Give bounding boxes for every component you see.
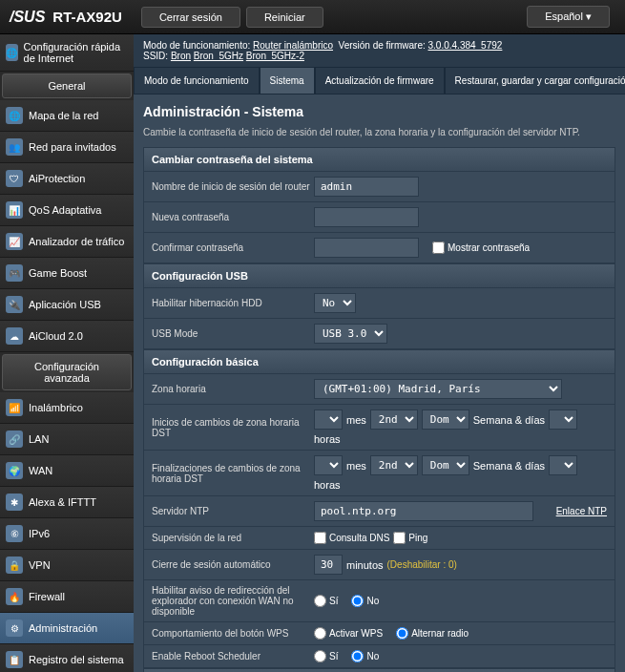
sidebar-item[interactable]: 🛡AiProtection — [0, 163, 134, 195]
nav-icon: 📶 — [6, 399, 23, 416]
dns-query-checkbox[interactable] — [314, 532, 326, 544]
sidebar-item[interactable]: ⚙Administración — [0, 613, 134, 644]
dst-start-week[interactable]: 2nd — [370, 410, 418, 430]
sidebar-general-head: General — [2, 74, 132, 98]
reboot-sched-yes[interactable] — [314, 650, 326, 662]
dst-start-day[interactable]: Dom — [422, 410, 469, 430]
nav-icon: ⑥ — [6, 525, 23, 542]
page-desc: Cambie la contraseña de inicio de sesión… — [143, 127, 615, 137]
wps-activate-radio[interactable] — [314, 627, 326, 640]
nav-icon: 📊 — [6, 201, 23, 219]
dst-end-week[interactable]: 2nd — [370, 455, 418, 475]
dst-end-month[interactable]: 10 — [314, 455, 343, 475]
sidebar-item[interactable]: 📋Registro del sistema — [0, 644, 134, 672]
reboot-sched-no[interactable] — [351, 650, 364, 662]
tab[interactable]: Sistema — [260, 67, 315, 94]
sidebar-item[interactable]: ⑥IPv6 — [0, 518, 134, 550]
sidebar-item[interactable]: 🔒VPN — [0, 550, 134, 581]
section-basic: Configuración básica — [143, 349, 615, 374]
dst-start-hour[interactable]: 2 — [549, 410, 577, 430]
sidebar-item[interactable]: 🔌Aplicación USB — [0, 289, 134, 321]
wan-redirect-no[interactable] — [351, 595, 364, 607]
section-usb: Configuración USB — [143, 263, 615, 288]
tabs: Modo de funcionamientoSistemaActualizaci… — [134, 67, 625, 94]
sidebar-item[interactable]: 📈Analizador de tráfico — [0, 226, 134, 258]
confirm-password-input[interactable] — [314, 238, 419, 258]
firmware-link[interactable]: 3.0.0.4.384_5792 — [428, 40, 503, 51]
info-bar: Modo de funcionamiento: Router inalámbri… — [134, 34, 625, 67]
sidebar-item[interactable]: ☁AiCloud 2.0 — [0, 321, 134, 352]
nav-icon: 📋 — [6, 651, 23, 668]
language-select[interactable]: Español ▾ — [527, 6, 610, 28]
ssid-link-1[interactable]: Bron — [171, 51, 191, 61]
nav-icon: 🔒 — [6, 556, 23, 574]
logout-button[interactable]: Cerrar sesión — [141, 7, 240, 28]
tab[interactable]: Restaurar, guardar y cargar configuració… — [445, 67, 625, 94]
nav-icon: 🎮 — [6, 264, 23, 282]
sidebar-item[interactable]: 👥Red para invitados — [0, 132, 134, 163]
sidebar: 🌐Configuración rápida de Internet Genera… — [0, 34, 134, 672]
tab[interactable]: Modo de funcionamiento — [134, 67, 260, 94]
ntp-server-input[interactable] — [314, 501, 533, 521]
ntp-link[interactable]: Enlace NTP — [556, 506, 607, 516]
wan-redirect-yes[interactable] — [314, 595, 326, 607]
nav-icon: 👥 — [6, 138, 23, 156]
sidebar-item[interactable]: 🌍WAN — [0, 455, 134, 487]
sidebar-item[interactable]: 📶Inalámbrico — [0, 392, 134, 424]
model-name: RT-AX92U — [52, 9, 122, 25]
globe-icon: 🌐 — [6, 44, 18, 61]
page-title: Administración - Sistema — [143, 104, 615, 119]
login-name-input[interactable] — [314, 177, 419, 197]
nav-icon: 🔗 — [6, 430, 23, 448]
dst-end-hour[interactable]: 2 — [549, 455, 577, 475]
nav-icon: ☁ — [6, 327, 23, 345]
sidebar-item[interactable]: 🔗LAN — [0, 424, 134, 455]
section-remote: Servicio técnico — [143, 668, 615, 672]
header: /SUS RT-AX92U Cerrar sesión Reiniciar Es… — [0, 0, 625, 34]
sidebar-advanced-head: Configuración avanzada — [2, 354, 132, 390]
nav-icon: 📈 — [6, 233, 23, 250]
tab[interactable]: Actualización de firmware — [315, 67, 445, 94]
sidebar-item[interactable]: 🎮Game Boost — [0, 258, 134, 289]
usb-mode-select[interactable]: USB 3.0 — [314, 324, 387, 344]
op-mode-link[interactable]: Router inalámbrico — [253, 40, 333, 51]
auto-logout-input[interactable] — [314, 555, 343, 575]
section-password: Cambiar contraseña del sistema — [143, 147, 615, 172]
reboot-button[interactable]: Reiniciar — [246, 7, 323, 28]
sidebar-item[interactable]: 🔥Firewall — [0, 581, 134, 613]
main-panel: Modo de funcionamiento: Router inalámbri… — [134, 34, 625, 672]
sidebar-item[interactable]: 🌐Mapa de la red — [0, 100, 134, 132]
show-password-checkbox[interactable] — [432, 242, 445, 254]
timezone-select[interactable]: (GMT+01:00) Madrid, París — [314, 379, 562, 399]
ssid-link-3[interactable]: Bron_5GHz-2 — [246, 51, 304, 61]
nav-icon: ✱ — [6, 494, 23, 511]
nav-icon: 🔥 — [6, 588, 23, 605]
sidebar-quick-setup[interactable]: 🌐Configuración rápida de Internet — [0, 34, 134, 72]
nav-icon: 🌐 — [6, 107, 23, 124]
nav-icon: 🔌 — [6, 296, 23, 313]
nav-icon: ⚙ — [6, 620, 23, 637]
nav-icon: 🛡 — [6, 170, 23, 187]
ping-checkbox[interactable] — [393, 532, 406, 544]
sidebar-item[interactable]: ✱Alexa & IFTTT — [0, 487, 134, 518]
dst-start-month[interactable]: 3 — [314, 410, 343, 430]
nav-icon: 🌍 — [6, 462, 23, 479]
new-password-input[interactable] — [314, 207, 419, 227]
ssid-link-2[interactable]: Bron_5GHz — [194, 51, 243, 61]
hdd-hibernation-select[interactable]: No — [314, 293, 356, 313]
brand-logo: /SUS — [10, 9, 45, 26]
dst-end-day[interactable]: Dom — [422, 455, 469, 475]
sidebar-item[interactable]: 📊QoS Adaptativa — [0, 195, 134, 226]
wps-toggle-radio[interactable] — [396, 627, 408, 640]
